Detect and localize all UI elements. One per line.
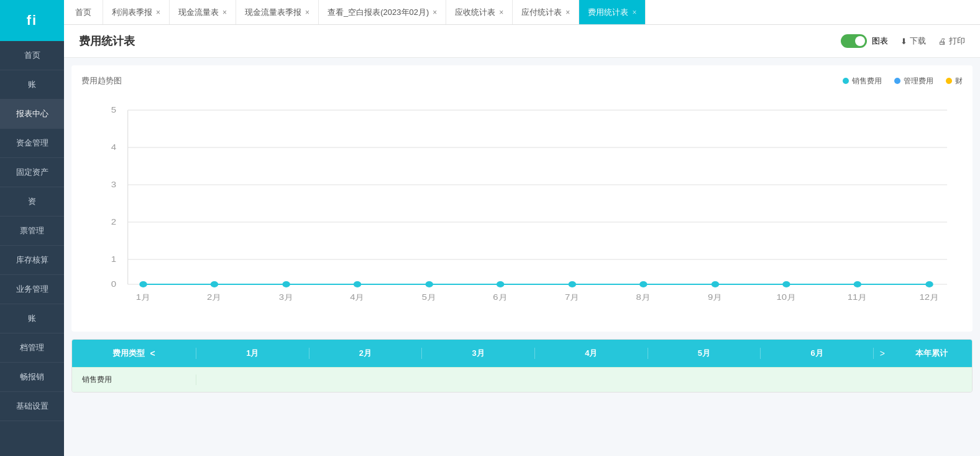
th-month-5: 5月 [648,348,761,359]
svg-text:9月: 9月 [708,293,723,301]
tab-payable[interactable]: 应付统计表 × [513,0,579,24]
legend-label-finance: 财 [955,76,963,86]
sidebar-item-settings[interactable]: 基础设置 [0,392,64,421]
svg-text:3月: 3月 [279,293,294,301]
legend-dot-finance [946,78,952,84]
print-button[interactable]: 🖨 打印 [938,35,965,47]
main-area: 首页 利润表季报 × 现金流量表 × 现金流量表季报 × 查看_空白报表(202… [64,0,980,456]
sidebar: fi 首页 账 报表中心 资金管理 固定资产 资 票管理 库存核算 业务管理 账… [0,0,64,456]
svg-text:5: 5 [111,106,116,114]
th-month-4: 4月 [535,348,648,359]
chart-toggle[interactable] [841,34,867,48]
svg-text:6月: 6月 [493,293,508,301]
svg-text:1: 1 [111,255,116,263]
svg-point-16 [354,281,361,287]
tab-profit[interactable]: 利润表季报 × [103,0,170,24]
chart-toggle-wrap: 图表 [841,34,888,48]
th-month-2: 2月 [309,348,423,359]
svg-point-20 [639,281,647,287]
legend-finance: 财 [946,76,963,86]
tab-blank-report[interactable]: 查看_空白报表(2023年02月) × [319,0,446,24]
line-chart: 5 4 3 2 1 0 [81,91,963,322]
svg-point-24 [925,281,933,287]
header-actions: 图表 ⬇ 下载 🖨 打印 [841,34,965,48]
chart-title: 费用趋势图 [81,75,122,86]
svg-text:2: 2 [111,218,116,226]
sidebar-item-tickets[interactable]: 票管理 [0,216,64,246]
th-month-6: 6月 [761,348,874,359]
svg-text:1月: 1月 [136,293,151,301]
th-month-1: 1月 [196,348,309,359]
data-table: 费用类型 < 1月 2月 3月 4月 5月 6月 > 本年累计 销售费用 [71,339,973,393]
sidebar-item-business[interactable]: 业务管理 [0,275,64,304]
legend-dot-admin [894,78,900,84]
svg-point-23 [854,281,861,287]
page-content: 费用统计表 图表 ⬇ 下载 🖨 打印 费用趋势图 [64,25,980,456]
legend-admin: 管理费用 [894,76,933,86]
svg-point-19 [569,281,576,287]
legend-sales: 销售费用 [843,76,882,86]
svg-text:12月: 12月 [919,293,939,301]
tab-close-payable[interactable]: × [566,8,570,17]
svg-text:3: 3 [111,180,116,188]
download-icon: ⬇ [900,37,907,46]
legend-label-admin: 管理费用 [904,76,933,86]
th-type: 费用类型 < [72,348,196,359]
tab-receivable[interactable]: 应收统计表 × [446,0,513,24]
page-title: 费用统计表 [79,34,135,49]
tab-close-cashflow[interactable]: × [222,8,227,17]
tab-home[interactable]: 首页 [64,0,103,24]
tab-cashflow-quarter[interactable]: 现金流量表季报 × [236,0,319,24]
tab-expense-stats[interactable]: 费用统计表 × [579,0,646,24]
tab-close-profit[interactable]: × [156,8,160,17]
table-header: 费用类型 < 1月 2月 3月 4月 5月 6月 > 本年累计 [72,340,972,367]
svg-text:2月: 2月 [207,293,222,301]
chart-header: 费用趋势图 销售费用 管理费用 财 [81,75,963,86]
svg-text:4月: 4月 [350,293,365,301]
page-header: 费用统计表 图表 ⬇ 下载 🖨 打印 [64,25,980,58]
chart-toggle-label: 图表 [872,35,888,47]
legend-dot-sales [843,78,849,84]
table-row: 销售费用 [72,367,972,392]
svg-point-15 [282,281,290,287]
sidebar-item-expense[interactable]: 畅报销 [0,363,64,392]
th-month-3: 3月 [422,348,535,359]
chart-section: 费用趋势图 销售费用 管理费用 财 [71,65,973,332]
svg-point-14 [211,281,218,287]
tab-close-expense-stats[interactable]: × [632,8,636,17]
print-icon: 🖨 [938,37,946,46]
tab-close-blank-report[interactable]: × [433,8,437,17]
sidebar-item-archive[interactable]: 档管理 [0,333,64,363]
prev-month-arrow[interactable]: < [150,348,155,358]
svg-text:10月: 10月 [776,293,796,301]
tab-close-cashflow-quarter[interactable]: × [305,8,309,17]
sidebar-item-fund[interactable]: 资金管理 [0,129,64,158]
legend-label-sales: 销售费用 [852,76,882,86]
tab-close-receivable[interactable]: × [499,8,503,17]
download-button[interactable]: ⬇ 下载 [900,35,926,47]
svg-text:5月: 5月 [422,293,437,301]
svg-point-22 [782,281,790,287]
svg-text:7月: 7月 [565,293,580,301]
sidebar-item-ledger[interactable]: 账 [0,304,64,333]
sidebar-item-inventory[interactable]: 库存核算 [0,246,64,275]
app-logo: fi [0,0,64,41]
svg-text:11月: 11月 [848,293,868,301]
sidebar-item-home[interactable]: 首页 [0,41,64,70]
sidebar-item-assets[interactable]: 固定资产 [0,158,64,187]
tab-cashflow[interactable]: 现金流量表 × [170,0,236,24]
svg-text:0: 0 [111,280,116,288]
svg-point-13 [139,281,147,287]
sidebar-item-account[interactable]: 账 [0,70,64,100]
next-month-arrow[interactable]: > [874,348,891,358]
tabs-bar: 首页 利润表季报 × 现金流量表 × 现金流量表季报 × 查看_空白报表(202… [64,0,980,25]
svg-point-21 [712,281,719,287]
td-type-sales: 销售费用 [72,375,196,385]
th-total: 本年累计 [891,348,972,359]
chart-legend: 销售费用 管理费用 财 [843,76,963,86]
svg-text:8月: 8月 [636,293,651,301]
sidebar-item-hr[interactable]: 资 [0,187,64,216]
svg-point-18 [497,281,504,287]
sidebar-item-reports[interactable]: 报表中心 [0,100,64,129]
svg-point-17 [426,281,433,287]
